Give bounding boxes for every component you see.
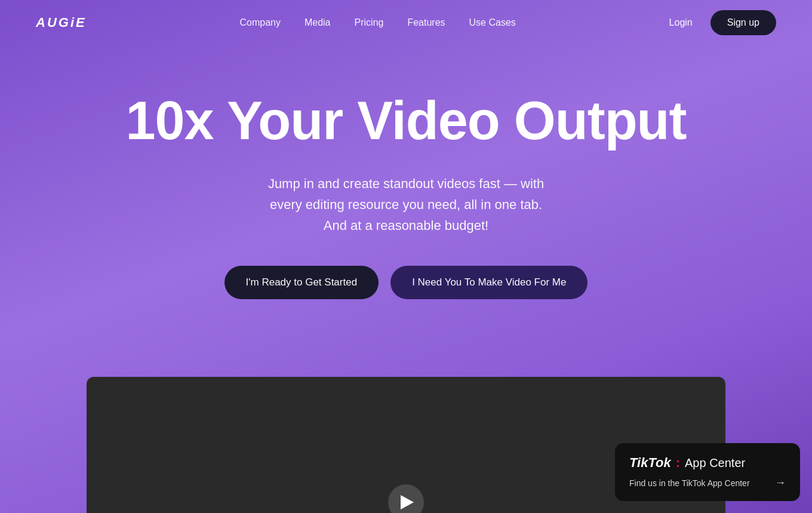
hero-buttons: I'm Ready to Get Started I Need You To M…	[36, 266, 776, 299]
play-icon[interactable]	[388, 484, 424, 513]
nav-item-features[interactable]: Features	[407, 17, 445, 28]
tiktok-banner: TikTok : App Center Find us in the TikTo…	[615, 443, 800, 501]
hero-subtitle: Jump in and create standout videos fast …	[36, 173, 776, 236]
nav-item-pricing[interactable]: Pricing	[355, 17, 384, 28]
nav-item-media[interactable]: Media	[304, 17, 331, 28]
tiktok-find-text: Find us in the TikTok App Center	[629, 478, 750, 488]
hero-subtitle-line2: every editing resource you need, all in …	[270, 197, 542, 212]
tiktok-header: TikTok : App Center	[629, 455, 786, 471]
login-link[interactable]: Login	[669, 17, 693, 28]
tiktok-app-center-label: App Center	[685, 456, 745, 470]
logo: AUGiE	[36, 15, 87, 30]
signup-button[interactable]: Sign up	[710, 10, 776, 35]
nav-item-company[interactable]: Company	[239, 17, 280, 28]
tiktok-logo: TikTok	[629, 455, 671, 471]
tiktok-colon: :	[676, 455, 680, 471]
navbar: AUGiE Company Media Pricing Features Use…	[0, 0, 812, 45]
get-started-button[interactable]: I'm Ready to Get Started	[224, 266, 379, 299]
hero-title: 10x Your Video Output	[36, 93, 776, 149]
tiktok-arrow-icon: →	[775, 477, 786, 489]
nav-item-use-cases[interactable]: Use Cases	[469, 17, 516, 28]
make-video-button[interactable]: I Need You To Make Video For Me	[390, 266, 588, 299]
nav-links: Company Media Pricing Features Use Cases	[239, 17, 515, 28]
nav-actions: Login Sign up	[669, 10, 776, 35]
hero-subtitle-line3: And at a reasonable budget!	[324, 218, 488, 233]
hero-section: 10x Your Video Output Jump in and create…	[0, 45, 812, 377]
hero-subtitle-line1: Jump in and create standout videos fast …	[268, 176, 544, 191]
tiktok-link[interactable]: Find us in the TikTok App Center →	[629, 477, 786, 489]
